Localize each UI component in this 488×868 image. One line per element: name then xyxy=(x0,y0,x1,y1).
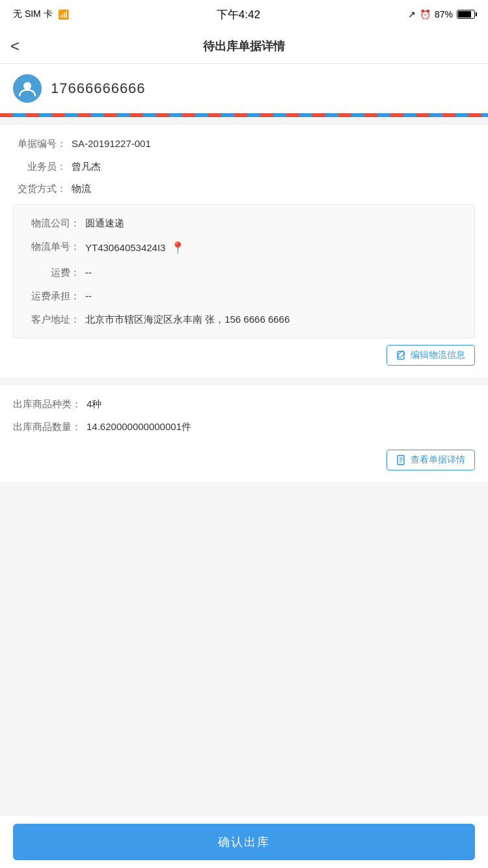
edit-btn-wrap: 编辑物流信息 xyxy=(13,338,475,366)
doc-icon xyxy=(396,455,407,465)
goods-kinds-row: 出库商品种类： 4种 xyxy=(13,397,475,412)
delivery-value: 物流 xyxy=(72,182,475,197)
confirm-btn-wrap: 确认出库 xyxy=(0,816,488,868)
company-value: 圆通速递 xyxy=(85,215,461,231)
battery-icon xyxy=(457,10,475,19)
status-left: 无 SIM 卡 📶 xyxy=(13,8,69,20)
address-label: 客户地址： xyxy=(27,312,85,327)
order-no-label: 单据编号： xyxy=(13,137,72,152)
wifi-icon: 📶 xyxy=(58,9,69,20)
back-button[interactable]: < xyxy=(10,37,20,55)
customer-header: 17666666666 xyxy=(0,64,488,113)
sales-person-row: 业务员： 曾凡杰 xyxy=(13,159,475,174)
sales-person-value: 曾凡杰 xyxy=(72,159,475,174)
logistics-box: 物流公司： 圆通速递 物流单号： YT43064053424I3 📍 运费： -… xyxy=(13,204,475,339)
address-value: 北京市市辖区海淀区永丰南 张，156 6666 6666 xyxy=(85,312,461,327)
battery-fill xyxy=(458,11,471,18)
goods-quantity-value: 14.620000000000001件 xyxy=(87,420,475,435)
status-time: 下午4:42 xyxy=(217,7,260,22)
freight-value: -- xyxy=(85,265,461,280)
address-row: 客户地址： 北京市市辖区海淀区永丰南 张，156 6666 6666 xyxy=(27,312,461,327)
spacer xyxy=(0,482,488,612)
status-bar: 无 SIM 卡 📶 下午4:42 ↗ ⏰ 87% xyxy=(0,0,488,29)
order-no-value: SA-20191227-001 xyxy=(72,137,475,152)
battery-label: 87% xyxy=(435,9,453,20)
freight-bearer-row: 运费承担： -- xyxy=(27,288,461,304)
nav-bar: < 待出库单据详情 xyxy=(0,29,488,64)
edit-logistics-button[interactable]: 编辑物流信息 xyxy=(386,345,475,366)
alarm-icon: ⏰ xyxy=(420,9,431,20)
avatar xyxy=(13,74,42,103)
company-label: 物流公司： xyxy=(27,215,85,231)
customer-phone: 17666666666 xyxy=(51,80,146,97)
carrier-label: 无 SIM 卡 xyxy=(13,8,53,20)
status-right: ↗ ⏰ 87% xyxy=(408,9,475,20)
track-no-label: 物流单号： xyxy=(27,239,85,254)
freight-bearer-value: -- xyxy=(85,288,461,304)
track-location-icon[interactable]: 📍 xyxy=(170,239,185,258)
edit-icon xyxy=(396,350,407,360)
order-no-row: 单据编号： SA-20191227-001 xyxy=(13,137,475,152)
track-no-row: 物流单号： YT43064053424I3 📍 xyxy=(27,239,461,258)
freight-label: 运费： xyxy=(27,265,85,280)
freight-bearer-label: 运费承担： xyxy=(27,288,85,304)
goods-section: 出库商品种类： 4种 出库商品数量： 14.620000000000001件 查… xyxy=(0,385,488,482)
delivery-label: 交货方式： xyxy=(13,182,72,197)
page-title: 待出库单据详情 xyxy=(203,38,285,54)
track-no-value: YT43064053424I3 📍 xyxy=(85,239,461,258)
svg-point-0 xyxy=(23,82,31,90)
delivery-row: 交货方式： 物流 xyxy=(13,182,475,197)
goods-kinds-value: 4种 xyxy=(87,397,475,412)
confirm-button[interactable]: 确认出库 xyxy=(13,824,475,860)
company-row: 物流公司： 圆通速递 xyxy=(27,215,461,231)
goods-quantity-row: 出库商品数量： 14.620000000000001件 xyxy=(13,420,475,435)
view-detail-button[interactable]: 查看单据详情 xyxy=(386,450,475,470)
view-detail-btn-wrap: 查看单据详情 xyxy=(13,442,475,470)
goods-kinds-label: 出库商品种类： xyxy=(13,397,87,412)
sales-person-label: 业务员： xyxy=(13,159,72,174)
goods-quantity-label: 出库商品数量： xyxy=(13,420,87,435)
order-info-section: 单据编号： SA-20191227-001 业务员： 曾凡杰 交货方式： 物流 … xyxy=(0,125,488,377)
freight-row: 运费： -- xyxy=(27,265,461,280)
location-status-icon: ↗ xyxy=(408,9,416,20)
deco-line xyxy=(0,113,488,117)
